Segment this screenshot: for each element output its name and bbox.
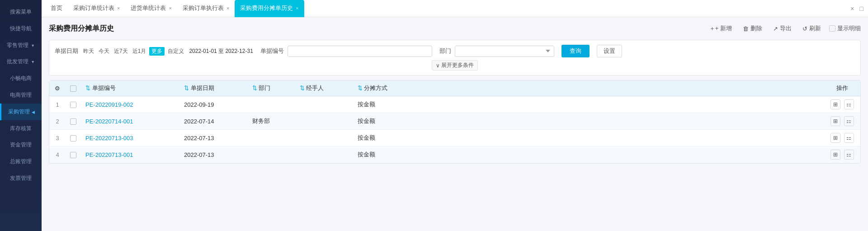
sidebar-item-search[interactable]: 搜索菜单 [0, 4, 42, 20]
tab-inbound-stat[interactable]: 进货单统计表 × [125, 0, 177, 17]
edit-action-button[interactable]: ⚏ [844, 116, 854, 126]
sidebar-item-label: 快捷导航 [10, 25, 32, 32]
close-icon[interactable]: × [296, 5, 298, 11]
main-content: 首页 采购订单统计表 × 进货单统计表 × 采购订单执行表 × 采购费用分摊单历… [42, 0, 868, 231]
view-action-button[interactable]: ⊞ [830, 133, 840, 143]
gear-icon[interactable]: ⚙ [55, 85, 60, 92]
sidebar-item-ledger[interactable]: 总账管理 [0, 153, 42, 170]
close-all-tabs-button[interactable]: × [849, 4, 855, 13]
orderno-link[interactable]: PE-20220714-001 [85, 118, 133, 125]
row-checkbox[interactable] [70, 152, 76, 158]
expand-more-button[interactable]: ∨ 展开更多条件 [432, 60, 478, 71]
table-settings-header[interactable]: ⚙ [49, 80, 66, 96]
sidebar-item-inventory[interactable]: 库存核算 [0, 120, 42, 137]
row-date: 2022-07-13 [179, 130, 247, 146]
shortcut-more[interactable]: 更多 [149, 47, 165, 56]
tab-purchase-exec[interactable]: 采购订单执行表 × [177, 0, 235, 17]
maximize-button[interactable]: □ [859, 4, 864, 13]
sidebar-item-ecshop[interactable]: 小畅电商 [0, 70, 42, 87]
col-label-method: 分摊方式 [364, 85, 387, 91]
dept-select[interactable] [455, 46, 554, 57]
chevron-down-icon: ▼ [31, 43, 35, 48]
close-icon[interactable]: × [117, 5, 120, 11]
close-icon[interactable]: × [169, 5, 171, 11]
view-action-button[interactable]: ⊞ [830, 116, 840, 126]
display-checkbox[interactable] [829, 25, 835, 32]
display-toggle[interactable]: 显示明细 [829, 24, 861, 33]
shortcut-7days[interactable]: 近7天 [113, 47, 129, 56]
refresh-button[interactable]: ↺ 刷新 [800, 23, 824, 34]
page-header: 采购费用分摊单历史 ＋ + 新增 🗑 删除 ↗ 导出 ↺ 刷新 [49, 23, 861, 34]
col-header-orderno[interactable]: ⇅ 单据编号 [81, 80, 179, 96]
col-label-orderno: 单据编号 [92, 85, 116, 91]
edit-action-button[interactable]: ⚏ [844, 150, 854, 160]
col-label-dept: 部门 [259, 85, 270, 91]
row-checkbox-cell [66, 130, 81, 146]
export-icon: ↗ [773, 25, 778, 32]
export-label: 导出 [780, 24, 792, 33]
tab-purchase-cost-history[interactable]: 采购费用分摊单历史 × [235, 0, 304, 17]
row-checkbox[interactable] [70, 118, 76, 125]
delete-button[interactable]: 🗑 删除 [740, 23, 765, 34]
col-header-date[interactable]: ⇅ 单据日期 [179, 80, 247, 96]
orderno-link[interactable]: PE-20220713-001 [85, 151, 133, 158]
row-handler [295, 146, 353, 163]
row-date: 2022-07-13 [179, 146, 247, 163]
sidebar-item-label: 批发管理 [7, 58, 28, 65]
col-header-handler[interactable]: ⇅ 经手人 [295, 80, 353, 96]
row-handler [295, 96, 353, 113]
export-button[interactable]: ↗ 导出 [770, 23, 794, 34]
view-action-button[interactable]: ⊞ [830, 99, 840, 109]
sidebar-item-purchase[interactable]: 采购管理 ◀ [0, 104, 42, 120]
filter-group-dept: 部门 [439, 46, 554, 57]
sidebar-item-ecommerce[interactable]: 电商管理 [0, 87, 42, 104]
row-method: 按金额 [353, 146, 824, 163]
tab-label: 采购费用分摊单历史 [240, 4, 293, 12]
trash-icon: 🗑 [743, 25, 749, 32]
orderno-input[interactable] [288, 46, 432, 57]
shortcut-today[interactable]: 今天 [97, 47, 111, 56]
col-header-method[interactable]: ⇅ 分摊方式 [353, 80, 824, 96]
row-orderno: PE-20220713-001 [81, 146, 179, 163]
add-button[interactable]: ＋ + 新增 [707, 23, 735, 34]
chevron-right-icon: ◀ [32, 110, 35, 114]
sidebar-item-label: 资金管理 [10, 141, 32, 148]
col-header-dept[interactable]: ⇅ 部门 [248, 80, 295, 96]
row-actions: ⊞ ⚏ [824, 96, 860, 113]
row-actions: ⊞ ⚏ [824, 130, 860, 146]
edit-action-button[interactable]: ⚏ [844, 99, 854, 109]
view-action-button[interactable]: ⊞ [830, 150, 840, 160]
select-all-header[interactable] [66, 80, 81, 96]
sort-icon: ⇅ [252, 85, 257, 91]
display-label: 显示明细 [837, 24, 861, 33]
edit-action-button[interactable]: ⚏ [844, 133, 854, 143]
col-label-date: 单据日期 [191, 85, 214, 91]
query-button[interactable]: 查询 [561, 45, 590, 57]
row-checkbox-cell [66, 146, 81, 163]
row-orderno: PE-20220714-001 [81, 113, 179, 130]
sidebar-item-retail[interactable]: 零售管理 ▼ [0, 37, 42, 54]
shortcut-1month[interactable]: 近1月 [131, 47, 148, 56]
settings-button[interactable]: 设置 [597, 45, 622, 57]
tab-purchase-order-stat[interactable]: 采购订单统计表 × [68, 0, 125, 17]
row-num: 2 [49, 113, 66, 130]
sidebar-item-invoice[interactable]: 发票管理 [0, 170, 42, 187]
shortcut-custom[interactable]: 自定义 [166, 47, 185, 56]
filter-row: 单据日期 昨天 今天 近7天 近1月 更多 自定义 2022-01-01 至 2… [55, 45, 855, 57]
select-all-checkbox[interactable] [70, 85, 76, 92]
row-checkbox[interactable] [70, 135, 76, 141]
row-method: 按金额 [353, 130, 824, 146]
tab-label: 进货单统计表 [131, 4, 166, 12]
shortcut-yesterday[interactable]: 昨天 [82, 47, 95, 56]
row-actions: ⊞ ⚏ [824, 146, 860, 163]
close-icon[interactable]: × [226, 5, 229, 11]
orderno-link[interactable]: PE-20220919-002 [85, 101, 133, 108]
tab-actions: × □ [849, 4, 864, 13]
sidebar-item-finance[interactable]: 资金管理 [0, 137, 42, 153]
orderno-link[interactable]: PE-20220713-003 [85, 135, 133, 141]
sidebar-item-wholesale[interactable]: 批发管理 ▼ [0, 53, 42, 70]
sidebar-item-quick-nav[interactable]: 快捷导航 [0, 20, 42, 37]
row-checkbox[interactable] [70, 102, 76, 108]
table-container: ⚙ ⇅ 单据编号 ⇅ 单据日期 [49, 80, 861, 164]
tab-home[interactable]: 首页 [45, 0, 68, 17]
